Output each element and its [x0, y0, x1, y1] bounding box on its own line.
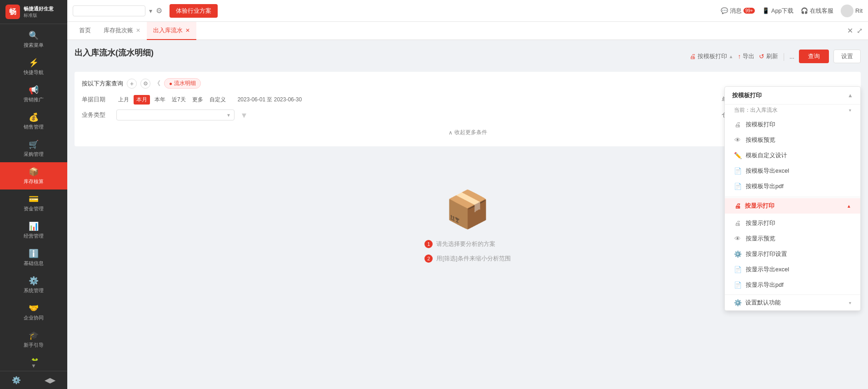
set-default-icon: ⚙️ — [734, 299, 742, 306]
dropdown-template-print[interactable]: 🖨 按模板打印 — [725, 117, 860, 132]
logo-text: 畅捷通好生意 标准版 — [24, 5, 54, 19]
filter-tag-icon: ● — [169, 80, 172, 87]
refresh-icon: ↺ — [759, 53, 764, 60]
tab-batch-close[interactable]: ✕ — [136, 27, 140, 34]
toolbar-print-arrow: ▲ — [729, 54, 733, 59]
filter-settings-btn[interactable]: ⚙ — [140, 79, 150, 89]
more-btn[interactable]: ... — [789, 53, 794, 60]
step-num-1: 1 — [424, 240, 433, 248]
sidebar-bottom: ⚙️ ◀▶ — [0, 371, 67, 389]
dropdown-template-export-pdf[interactable]: 📄 按模板导出pdf — [725, 179, 860, 194]
search-icon: 🔍 — [29, 30, 39, 40]
dropdown-display-export-excel[interactable]: 📄 按显示导出excel — [725, 262, 860, 277]
query-btn[interactable]: 查询 — [799, 50, 829, 63]
filter-header-label: 按以下方案查询 — [82, 80, 123, 88]
app-download-btn[interactable]: 📱 App下载 — [762, 7, 793, 15]
dropdown-footer-set-default[interactable]: ⚙️ 设置默认功能 ▾ — [725, 294, 860, 310]
dropdown-panel-arrow-icon[interactable]: ▲ — [848, 92, 853, 99]
sidebar-item-shortcut[interactable]: ⚡ 快捷导航 — [0, 53, 67, 80]
sidebar-item-operations[interactable]: 📊 经营管理 — [0, 217, 67, 244]
header-left: ▾ ⚙ 体验行业方案 — [73, 4, 218, 18]
date-btn-more[interactable]: 更多 — [190, 95, 205, 105]
dropdown-template-export-excel[interactable]: 📄 按模板导出excel — [725, 163, 860, 179]
sidebar-logo: 畅 畅捷通好生意 标准版 — [0, 0, 67, 24]
sidebar-item-apps[interactable]: 🧩 应用中心 — [0, 353, 67, 361]
dropdown-display-export-pdf[interactable]: 📄 按显示导出pdf — [725, 277, 860, 293]
dropdown-display-header[interactable]: 🖨 按显示打印 ▲ — [725, 198, 860, 214]
logo-icon: 畅 — [5, 5, 20, 19]
message-icon: 💬 — [721, 7, 728, 14]
export-btn[interactable]: ↑ 导出 — [738, 52, 754, 60]
display-section-arrow[interactable]: ▲ — [847, 204, 851, 209]
export-icon: ↑ — [738, 53, 741, 60]
filter-business-type-select[interactable] — [116, 110, 234, 120]
dropdown-current-arrow[interactable]: ▾ — [849, 108, 851, 113]
header-search-input[interactable] — [73, 5, 145, 16]
filter-tag: ● 流水明细 — [164, 78, 201, 89]
print-icon: 🖨 — [689, 53, 696, 60]
dropdown-divider — [725, 197, 860, 197]
sales-icon: 💰 — [29, 112, 39, 122]
empty-step-1: 1 请先选择要分析的方案 — [424, 238, 510, 250]
header-gear-icon[interactable]: ⚙ — [156, 6, 162, 15]
sidebar-item-marketing[interactable]: 📢 营销推广 — [0, 80, 67, 108]
filter-business-down-icon[interactable]: ▾ — [242, 110, 246, 120]
dropdown-footer-arrow-icon: ▾ — [849, 300, 851, 305]
sidebar-item-inventory[interactable]: 📦 库存核算 — [0, 162, 67, 190]
dropdown-display-preview[interactable]: 👁 按显示预览 — [725, 231, 860, 246]
dropdown-template-preview[interactable]: 👁 按模板预览 — [725, 132, 860, 148]
filter-business-type-wrapper — [116, 110, 234, 120]
operations-icon: 📊 — [29, 221, 39, 231]
dropdown-template-custom[interactable]: ✏️ 模板自定义设计 — [725, 148, 860, 163]
filter-collapse-btn[interactable]: 《 — [154, 80, 160, 88]
print-template-btn[interactable]: 🖨 按模板打印 ▲ — [689, 52, 733, 60]
sidebar-item-search[interactable]: 🔍 搜索菜单 — [0, 26, 67, 53]
sidebar-item-sales[interactable]: 💰 销售管理 — [0, 108, 67, 135]
date-btn-last-month[interactable]: 上月 — [116, 95, 131, 105]
tabs-close-icon[interactable]: ✕ — [847, 26, 853, 35]
filter-add-btn[interactable]: + — [127, 79, 137, 89]
finance-icon: 💳 — [29, 194, 39, 204]
dropdown-display-print-settings[interactable]: ⚙️ 按显示打印设置 — [725, 246, 860, 262]
tabs-expand-icon[interactable]: ⤢ — [857, 26, 863, 35]
chevron-up-icon: ∧ — [449, 130, 453, 136]
tab-flow-close[interactable]: ✕ — [185, 27, 190, 34]
chevron-down-icon: ▼ — [31, 363, 36, 369]
page-content: 出入库流水(流水明细) 🖨 按模板打印 ▲ ↑ 导出 ↺ 刷新 | ... — [67, 40, 868, 389]
template-excel-icon: 📄 — [734, 167, 741, 175]
avatar — [841, 5, 853, 17]
sidebar-item-purchase[interactable]: 🛒 采购管理 — [0, 135, 67, 162]
setup-btn[interactable]: 设置 — [833, 50, 861, 63]
collapse-icon[interactable]: ◀▶ — [45, 376, 55, 384]
step-num-2: 2 — [424, 254, 433, 263]
empty-steps: 1 请先选择要分析的方案 2 用[筛选]条件来缩小分析范围 — [424, 238, 510, 267]
settings-icon[interactable]: ⚙️ — [12, 376, 21, 384]
date-btn-this-year[interactable]: 本年 — [153, 95, 167, 105]
tab-flow[interactable]: 出入库流水 ✕ — [147, 22, 196, 40]
dropdown-display-print[interactable]: 🖨 按显示打印 — [725, 215, 860, 231]
date-btn-7days[interactable]: 近7天 — [170, 95, 188, 105]
sidebar-item-finance[interactable]: 💳 资金管理 — [0, 190, 67, 217]
sidebar-nav: 🔍 搜索菜单 ⚡ 快捷导航 📢 营销推广 💰 销售管理 🛒 采购管理 📦 库存核… — [0, 24, 67, 361]
inventory-icon: 📦 — [29, 167, 39, 177]
message-btn[interactable]: 💬 消息 99+ — [721, 7, 755, 15]
tab-batch[interactable]: 库存批次账 ✕ — [97, 22, 147, 40]
user-avatar-area[interactable]: Rit — [841, 5, 863, 17]
sidebar-item-cooperation[interactable]: 🤝 企业协同 — [0, 299, 67, 326]
sidebar-item-system[interactable]: ⚙️ 系统管理 — [0, 271, 67, 299]
date-btn-custom[interactable]: 自定义 — [208, 95, 228, 105]
sidebar-scroll-down[interactable]: ▼ — [0, 361, 67, 371]
tab-home[interactable]: 首页 — [73, 22, 97, 40]
purchase-icon: 🛒 — [29, 140, 39, 150]
tabs-bar: 首页 库存批次账 ✕ 出入库流水 ✕ ✕ ⤢ — [67, 22, 868, 40]
online-service-btn[interactable]: 🎧 在线客服 — [801, 7, 833, 15]
display-print-icon: 🖨 — [734, 219, 741, 227]
sidebar-item-basic[interactable]: ℹ️ 基础信息 — [0, 244, 67, 271]
refresh-btn[interactable]: ↺ 刷新 — [759, 52, 778, 60]
date-btn-this-month[interactable]: 本月 — [134, 95, 150, 105]
header-dropdown-icon[interactable]: ▾ — [149, 7, 152, 15]
headset-icon: 🎧 — [801, 7, 808, 14]
sidebar-item-guide[interactable]: 🎓 新手引导 — [0, 326, 67, 353]
industry-btn[interactable]: 体验行业方案 — [170, 4, 218, 18]
display-section-icon: 🖨 — [734, 202, 741, 209]
